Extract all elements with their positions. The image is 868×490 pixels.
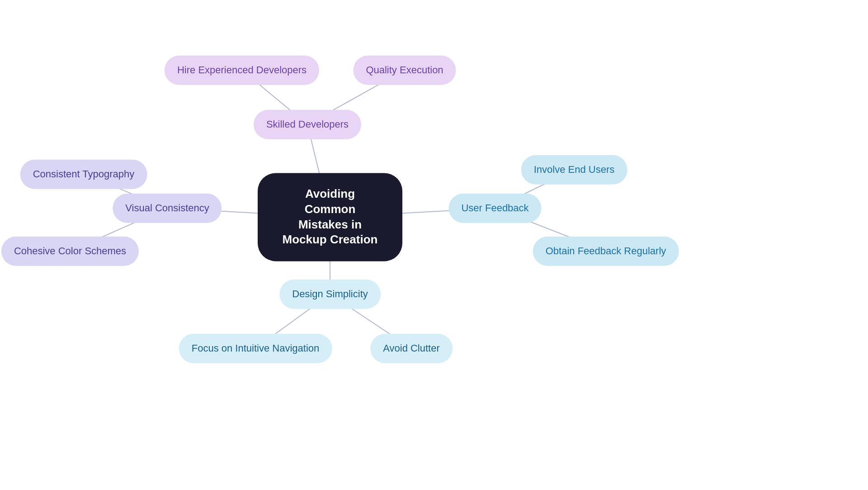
node-avoid-clutter[interactable]: Avoid Clutter [370,334,453,363]
node-hire-experienced[interactable]: Hire Experienced Developers [165,56,319,85]
branch-user-feedback[interactable]: User Feedback [448,194,541,223]
node-cohesive-color-schemes[interactable]: Cohesive Color Schemes [1,237,139,266]
branch-visual-consistency[interactable]: Visual Consistency [113,194,222,223]
node-focus-navigation[interactable]: Focus on Intuitive Navigation [179,334,332,363]
node-obtain-feedback[interactable]: Obtain Feedback Regularly [533,237,679,266]
node-involve-end-users[interactable]: Involve End Users [521,155,627,185]
node-quality-execution[interactable]: Quality Execution [353,56,456,85]
branch-design-simplicity[interactable]: Design Simplicity [279,280,381,309]
mindmap-container: Avoiding Common Mistakes in Mockup Creat… [0,0,868,490]
branch-skilled-developers[interactable]: Skilled Developers [254,110,361,139]
center-node[interactable]: Avoiding Common Mistakes in Mockup Creat… [258,173,402,261]
node-consistent-typography[interactable]: Consistent Typography [20,160,147,189]
